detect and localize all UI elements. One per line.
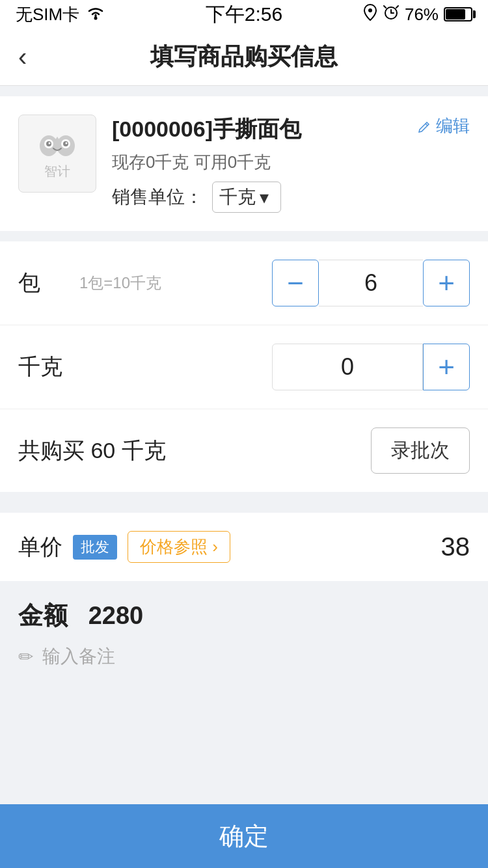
svg-point-1 (368, 8, 372, 12)
unit-select[interactable]: 千克 ▾ (212, 182, 281, 213)
kilogram-label: 千克 (18, 352, 70, 382)
amount-value: 2280 (88, 602, 144, 629)
product-image: 智计 (18, 115, 96, 193)
note-row[interactable]: ✏ 输入备注 (18, 644, 470, 669)
package-quantity-input[interactable] (319, 260, 423, 306)
amount-section: 金额 2280 ✏ 输入备注 (0, 581, 488, 679)
status-bar: 无SIM卡 下午2:56 76% (0, 0, 488, 29)
location-icon (363, 3, 377, 26)
alarm-icon (383, 4, 400, 25)
unit-label: 销售单位： (112, 185, 203, 210)
divider-1 (0, 231, 488, 241)
note-placeholder: 输入备注 (42, 644, 115, 669)
batch-button[interactable]: 录批次 (371, 427, 470, 474)
status-left: 无SIM卡 (16, 3, 105, 26)
price-row: 单价 批发 价格参照 › 38 (18, 531, 470, 563)
package-sublabel: 1包=10千克 (79, 273, 272, 293)
confirm-button[interactable]: 确定 (0, 804, 488, 868)
amount-label: 金额 (18, 602, 68, 629)
back-button[interactable]: ‹ (18, 42, 27, 72)
page-title: 填写商品购买信息 (150, 41, 338, 73)
kilogram-row: 千克 + (0, 325, 488, 409)
product-unit-row: 销售单位： 千克 ▾ (112, 182, 470, 213)
svg-point-13 (49, 142, 51, 144)
product-section: 智计 [0000006]手撕面包 编辑 现存0千克 可用0千克 销售单位： 千克… (0, 96, 488, 231)
unit-value: 千克 (219, 185, 256, 210)
nav-bar: ‹ 填写商品购买信息 (0, 29, 488, 86)
brand-label: 智计 (44, 163, 70, 180)
wholesale-badge: 批发 (73, 535, 117, 560)
chevron-down-icon: ▾ (260, 187, 269, 208)
amount-row: 金额 2280 (18, 599, 470, 632)
package-row: 包 1包=10千克 − + (0, 241, 488, 325)
package-decrement-button[interactable]: − (272, 260, 319, 306)
price-value: 38 (441, 532, 470, 562)
total-row: 共购买 60 千克 录批次 (0, 409, 488, 492)
product-owl-icon (34, 128, 80, 160)
package-quantity-control: − + (272, 260, 470, 306)
package-label: 包 (18, 268, 70, 298)
product-stock: 现存0千克 可用0千克 (112, 151, 470, 174)
edit-icon (418, 119, 432, 133)
pencil-icon: ✏ (18, 646, 33, 668)
price-reference-button[interactable]: 价格参照 › (128, 531, 230, 563)
product-name: [0000006]手撕面包 (112, 115, 301, 144)
total-label: 共购买 60 千克 (18, 436, 166, 466)
kilogram-increment-button[interactable]: + (423, 344, 470, 390)
edit-link[interactable]: 编辑 (418, 115, 470, 137)
price-label: 单价 (18, 532, 62, 562)
status-right: 76% (363, 3, 472, 26)
battery-percent: 76% (405, 5, 439, 25)
svg-line-6 (396, 6, 398, 8)
confirm-label: 确定 (219, 820, 269, 853)
price-section: 单价 批发 价格参照 › 38 (0, 513, 488, 581)
svg-point-14 (66, 142, 68, 144)
clock: 下午2:56 (206, 1, 282, 28)
battery-icon (444, 7, 472, 21)
kilogram-quantity-control: + (272, 344, 470, 390)
carrier-label: 无SIM卡 (16, 3, 79, 26)
divider-2 (0, 492, 488, 502)
package-section: 包 1包=10千克 − + 千克 + (0, 241, 488, 409)
package-increment-button[interactable]: + (423, 260, 470, 306)
wifi-icon (86, 5, 105, 25)
kilogram-quantity-input[interactable] (272, 344, 423, 390)
product-info: [0000006]手撕面包 编辑 现存0千克 可用0千克 销售单位： 千克 ▾ (112, 115, 470, 213)
svg-line-5 (384, 6, 386, 8)
svg-point-0 (94, 16, 98, 20)
